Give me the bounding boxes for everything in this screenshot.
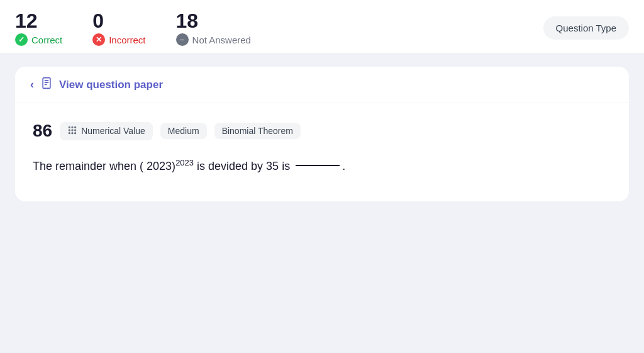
view-question-paper-bar[interactable]: ‹ View question paper [15,67,629,103]
svg-point-9 [75,130,76,131]
incorrect-icon: ✕ [92,33,105,46]
svg-point-12 [75,132,76,133]
question-superscript: 2023 [175,158,194,167]
tag-numerical-value: Numerical Value [60,122,153,140]
svg-point-5 [72,126,73,128]
top-bar: 12 ✓ Correct 0 ✕ Incorrect 18 – Not Answ… [0,0,644,54]
medium-label: Medium [168,126,199,136]
main-content: ‹ View question paper 86 [0,54,644,214]
svg-point-4 [69,126,70,128]
correct-label: Correct [31,35,62,45]
not-answered-label: Not Answered [192,35,251,45]
question-number: 86 [33,121,52,141]
correct-icon: ✓ [15,33,28,46]
incorrect-label: Incorrect [109,35,145,45]
binomial-theorem-label: Binomial Theorem [222,126,293,136]
correct-count: 12 [15,10,38,32]
question-blank [296,165,340,166]
question-type-button[interactable]: Question Type [543,16,629,40]
grid-icon [67,125,77,137]
svg-point-10 [69,132,70,133]
question-text-after: is devided by 35 is [194,160,290,172]
question-header: 86 [33,121,611,141]
correct-stat: 12 ✓ Correct [15,10,62,46]
not-answered-icon: – [176,33,189,46]
paper-icon [40,77,53,92]
view-question-paper-text: View question paper [59,79,163,91]
question-card: ‹ View question paper 86 [15,67,629,201]
question-container: 86 [15,103,629,201]
question-text: The remainder when ( 2023)2023 is devide… [33,156,611,176]
svg-point-6 [75,126,76,128]
back-arrow-icon: ‹ [30,78,34,91]
incorrect-stat: 0 ✕ Incorrect [92,10,145,46]
numerical-value-label: Numerical Value [81,126,145,136]
not-answered-label-row: – Not Answered [176,33,251,46]
svg-point-11 [72,132,73,133]
not-answered-count: 18 [176,10,199,32]
svg-point-7 [69,130,70,131]
tag-medium: Medium [160,123,207,139]
svg-point-8 [72,130,73,131]
correct-label-row: ✓ Correct [15,33,62,46]
not-answered-stat: 18 – Not Answered [176,10,251,46]
tag-binomial-theorem: Binomial Theorem [214,123,301,139]
incorrect-label-row: ✕ Incorrect [92,33,145,46]
question-text-before: The remainder when ( 2023) [33,160,175,172]
incorrect-count: 0 [92,10,104,32]
